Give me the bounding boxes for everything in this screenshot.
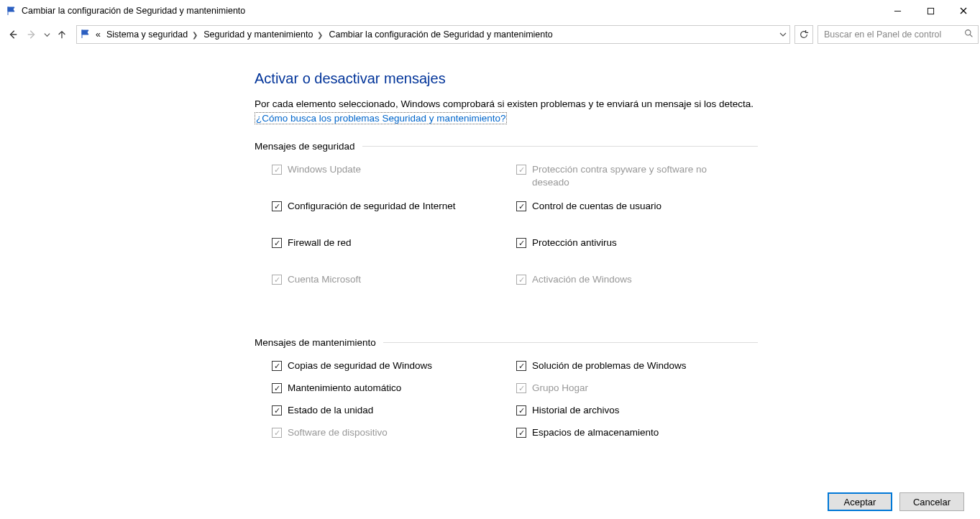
checkbox-row: Configuración de seguridad de Internet (272, 198, 516, 235)
checkbox-label[interactable]: Firewall de red (288, 236, 352, 249)
checkbox (272, 165, 282, 175)
page-description: Por cada elemento seleccionado, Windows … (255, 97, 765, 125)
forward-button[interactable] (23, 26, 40, 43)
chevron-right-icon: ❯ (192, 31, 198, 39)
checkbox-row: Copias de seguridad de Windows (272, 358, 516, 380)
checkbox-row: Cuenta Microsoft (272, 272, 516, 308)
checkbox-label[interactable]: Mantenimiento automático (288, 382, 401, 395)
checkbox[interactable] (516, 238, 526, 248)
description-text: Por cada elemento seleccionado, Windows … (255, 98, 754, 109)
checkbox-label[interactable]: Solución de problemas de Windows (532, 359, 687, 372)
breadcrumb-item[interactable]: Sistema y seguridad ❯ (105, 29, 199, 40)
breadcrumb-item[interactable]: Seguridad y mantenimiento ❯ (202, 29, 324, 40)
maximize-button[interactable] (914, 0, 947, 22)
titlebar: Cambiar la configuración de Seguridad y … (0, 0, 980, 22)
close-button[interactable] (947, 0, 980, 22)
dialog-footer: Aceptar Cancelar (828, 484, 964, 519)
address-dropdown-button[interactable] (775, 26, 789, 43)
checkbox (516, 275, 526, 285)
checkbox-label: Cuenta Microsoft (288, 273, 361, 286)
search-box[interactable] (818, 25, 979, 44)
window-controls (881, 0, 980, 22)
breadcrumb-label: Seguridad y mantenimiento (203, 29, 313, 40)
breadcrumb-root[interactable]: « (94, 29, 102, 40)
svg-line-7 (970, 35, 972, 37)
checkbox[interactable] (272, 238, 282, 248)
content-area: Activar o desactivar mensajes Por cada e… (0, 47, 980, 519)
checkbox-row: Mantenimiento automático (272, 380, 516, 403)
page-title: Activar o desactivar mensajes (255, 70, 758, 87)
address-flag-icon (80, 28, 91, 42)
ok-button[interactable]: Aceptar (828, 492, 892, 511)
checkbox[interactable] (516, 428, 526, 438)
checkbox-label: Protección contra spyware y software no … (532, 163, 741, 189)
checkbox (272, 428, 282, 438)
section-title: Mensajes de mantenimiento (255, 337, 376, 348)
checkbox (516, 383, 526, 393)
checkbox-row: Solución de problemas de Windows (516, 358, 761, 380)
breadcrumb-label: « (96, 29, 101, 40)
checkbox-row: Control de cuentas de usuario (516, 198, 761, 235)
checkbox-label: Windows Update (288, 163, 361, 176)
search-input[interactable] (823, 29, 961, 40)
checkbox-row: Windows Update (272, 162, 516, 198)
checkbox[interactable] (272, 201, 282, 211)
maintenance-checkbox-grid: Copias de seguridad de WindowsSolución d… (272, 358, 758, 447)
checkbox-row: Firewall de red (272, 235, 516, 272)
breadcrumb-label: Cambiar la configuración de Seguridad y … (329, 29, 552, 40)
security-checkbox-grid: Windows UpdateProtección contra spyware … (272, 162, 758, 308)
chevron-right-icon: ❯ (317, 31, 323, 39)
up-button[interactable] (53, 26, 70, 43)
checkbox-row: Protección antivirus (516, 235, 761, 272)
checkbox-row: Estado de la unidad (272, 403, 516, 425)
breadcrumb-item[interactable]: Cambiar la configuración de Seguridad y … (327, 29, 554, 40)
recent-locations-button[interactable] (42, 26, 52, 43)
checkbox[interactable] (272, 383, 282, 393)
refresh-button[interactable] (794, 25, 813, 44)
breadcrumb-label: Sistema y seguridad (106, 29, 188, 40)
checkbox[interactable] (516, 405, 526, 415)
checkbox-label: Grupo Hogar (532, 382, 588, 395)
minimize-button[interactable] (881, 0, 914, 22)
section-header-security: Mensajes de seguridad (255, 141, 758, 152)
window-title: Cambiar la configuración de Seguridad y … (22, 6, 245, 16)
nav-row: « Sistema y seguridad ❯ Seguridad y mant… (0, 22, 980, 47)
address-bar[interactable]: « Sistema y seguridad ❯ Seguridad y mant… (76, 25, 790, 44)
help-link[interactable]: ¿Cómo busca los problemas Seguridad y ma… (255, 112, 507, 124)
checkbox[interactable] (272, 405, 282, 415)
security-flag-icon (6, 5, 17, 17)
checkbox[interactable] (272, 361, 282, 371)
checkbox (272, 275, 282, 285)
checkbox-label[interactable]: Historial de archivos (532, 404, 620, 417)
divider (362, 146, 758, 147)
divider (383, 342, 758, 343)
search-icon (964, 29, 974, 40)
checkbox-label[interactable]: Configuración de seguridad de Internet (288, 200, 455, 213)
checkbox-row: Activación de Windows (516, 272, 761, 308)
svg-point-6 (966, 30, 971, 35)
checkbox-label[interactable]: Copias de seguridad de Windows (288, 359, 432, 372)
checkbox-label: Software de dispositivo (288, 426, 388, 439)
checkbox-row: Software de dispositivo (272, 425, 516, 447)
back-button[interactable] (4, 26, 22, 43)
checkbox-label: Activación de Windows (532, 273, 632, 286)
checkbox-label[interactable]: Estado de la unidad (288, 404, 373, 417)
checkbox-label[interactable]: Protección antivirus (532, 236, 617, 249)
checkbox-label[interactable]: Espacios de almacenamiento (532, 426, 659, 439)
checkbox-row: Historial de archivos (516, 403, 761, 425)
section-title: Mensajes de seguridad (255, 141, 355, 152)
checkbox-label[interactable]: Control de cuentas de usuario (532, 200, 661, 213)
svg-rect-1 (928, 8, 933, 14)
checkbox-row: Espacios de almacenamiento (516, 425, 761, 447)
checkbox-row: Protección contra spyware y software no … (516, 162, 761, 198)
checkbox (516, 165, 526, 175)
cancel-button[interactable]: Cancelar (899, 492, 964, 511)
checkbox[interactable] (516, 361, 526, 371)
section-header-maintenance: Mensajes de mantenimiento (255, 337, 758, 348)
checkbox[interactable] (516, 201, 526, 211)
checkbox-row: Grupo Hogar (516, 380, 761, 403)
